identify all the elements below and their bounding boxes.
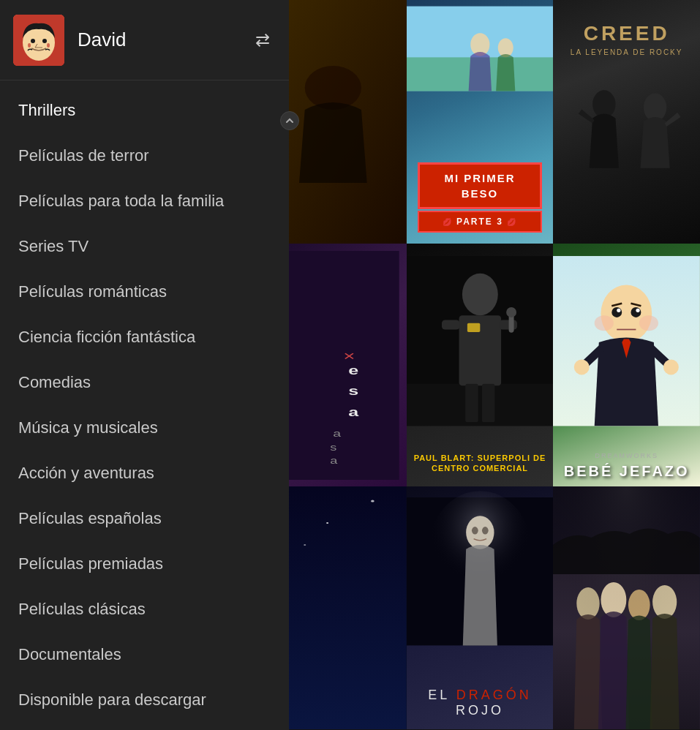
svg-text:s: s xyxy=(330,442,336,451)
sidebar-item-thrillers[interactable]: Thrillers xyxy=(0,88,289,133)
sidebar-item-clasicas[interactable]: Películas clásicas xyxy=(0,587,289,632)
svg-point-38 xyxy=(639,315,658,331)
svg-point-44 xyxy=(663,359,679,375)
sidebar-item-descargar[interactable]: Disponible para descargar xyxy=(0,677,289,723)
svg-rect-33 xyxy=(482,383,494,421)
svg-point-37 xyxy=(595,315,614,331)
movie-card-creed[interactable]: CREED LA LEYENDA DE ROCKY xyxy=(553,0,700,244)
sidebar-item-premiadas[interactable]: Películas premiadas xyxy=(0,541,289,587)
switch-arrows-icon: ⇄ xyxy=(255,30,270,50)
switch-profile-button[interactable]: ⇄ xyxy=(251,29,274,52)
sidebar-menu: Thrillers Películas de terror Películas … xyxy=(0,80,289,730)
movie-card-group[interactable] xyxy=(553,486,700,730)
svg-point-48 xyxy=(326,522,328,524)
user-name: David xyxy=(78,29,251,51)
mi-primer-beso-subtitle: 💋 PARTE 3 💋 xyxy=(418,211,543,233)
sidebar-item-espanolas[interactable]: Películas españolas xyxy=(0,496,289,541)
svg-point-4 xyxy=(28,43,31,48)
svg-text:s: s xyxy=(348,384,358,398)
movie-row-2: e s a × a s a xyxy=(260,244,700,487)
svg-point-41 xyxy=(617,308,621,312)
svg-point-39 xyxy=(612,307,622,317)
paul-blart-title: PAUL BLART: SUPERPOLI DE CENTRO COMERCIA… xyxy=(414,453,546,474)
svg-rect-29 xyxy=(499,320,516,329)
svg-text:×: × xyxy=(343,348,355,364)
sidebar-item-terror[interactable]: Películas de terror xyxy=(0,133,289,178)
svg-text:a: a xyxy=(333,428,342,439)
sidebar-item-documentales[interactable]: Documentales xyxy=(0,632,289,677)
poster-paul-blart: PAUL BLART: SUPERPOLI DE CENTRO COMERCIA… xyxy=(407,244,554,487)
sidebar-item-comedias[interactable]: Comedias xyxy=(0,360,289,405)
svg-text:e: e xyxy=(348,364,358,377)
svg-point-50 xyxy=(304,544,306,546)
svg-point-31 xyxy=(506,307,516,317)
el-dragon-rojo-title: EL DRAGÓN ROJO xyxy=(418,571,543,718)
creed-title: CREED xyxy=(584,22,670,45)
svg-text:a: a xyxy=(330,456,338,465)
svg-text:a: a xyxy=(348,404,358,418)
movie-card-mi-primer-beso[interactable]: MI PRIMER BESO 💋 PARTE 3 💋 xyxy=(407,0,554,244)
sidebar-item-familia[interactable]: Películas para toda la familia xyxy=(0,178,289,224)
svg-point-5 xyxy=(47,43,50,48)
svg-point-55 xyxy=(482,527,489,534)
svg-point-54 xyxy=(472,527,478,534)
poster-mi-primer-beso: MI PRIMER BESO 💋 PARTE 3 💋 xyxy=(407,0,554,244)
svg-rect-24 xyxy=(407,383,554,426)
svg-point-53 xyxy=(466,516,494,549)
svg-rect-27 xyxy=(467,323,480,331)
main-content: MI PRIMER BESO 💋 PARTE 3 💋 xyxy=(260,0,700,730)
svg-rect-28 xyxy=(442,320,459,329)
chevron-up-icon xyxy=(285,116,294,125)
sidebar: David ⇄ Thrillers Películas de terror Pe… xyxy=(0,0,289,730)
sidebar-item-series[interactable]: Series TV xyxy=(0,224,289,269)
poster-el-dragon-rojo: EL DRAGÓN ROJO xyxy=(407,486,554,729)
movie-card-el-dragon-rojo[interactable]: EL DRAGÓN ROJO xyxy=(407,486,554,730)
collapse-sidebar-button[interactable] xyxy=(280,111,299,130)
poster-group xyxy=(553,486,700,729)
sidebar-header: David ⇄ xyxy=(0,0,289,80)
avatar xyxy=(13,15,64,66)
svg-point-43 xyxy=(574,359,590,375)
movie-row-1: MI PRIMER BESO 💋 PARTE 3 💋 xyxy=(260,0,700,244)
svg-point-2 xyxy=(31,39,35,43)
poster-creed: CREED LA LEYENDA DE ROCKY xyxy=(553,0,700,244)
movie-card-paul-blart[interactable]: PAUL BLART: SUPERPOLI DE CENTRO COMERCIA… xyxy=(407,244,554,487)
sidebar-item-ciencia[interactable]: Ciencia ficción fantástica xyxy=(0,315,289,360)
sidebar-item-romanticas[interactable]: Películas románticas xyxy=(0,269,289,315)
svg-point-42 xyxy=(636,308,640,312)
svg-point-40 xyxy=(631,307,641,317)
svg-point-49 xyxy=(371,500,375,503)
sidebar-item-accion[interactable]: Acción y aventuras xyxy=(0,451,289,496)
avatar-image xyxy=(13,15,64,66)
svg-point-3 xyxy=(42,39,47,43)
mi-primer-beso-title: MI PRIMER BESO xyxy=(418,162,543,209)
movie-grid: MI PRIMER BESO 💋 PARTE 3 💋 xyxy=(260,0,700,730)
movie-row-3: EL DRAGÓN ROJO xyxy=(260,486,700,730)
movie-card-bebe-jefazo[interactable]: DreamWorks BEBÉ JEFAZO xyxy=(553,244,700,487)
bebe-jefazo-title: BEBÉ JEFAZO xyxy=(564,462,690,480)
creed-subtitle: LA LEYENDA DE ROCKY xyxy=(571,48,683,56)
svg-point-36 xyxy=(601,285,652,342)
poster-bebe-jefazo: DreamWorks BEBÉ JEFAZO xyxy=(553,244,700,487)
svg-point-25 xyxy=(462,273,498,315)
dreamworks-label: DreamWorks xyxy=(595,452,658,459)
svg-rect-32 xyxy=(465,383,478,421)
sidebar-item-musica[interactable]: Música y musicales xyxy=(0,405,289,451)
